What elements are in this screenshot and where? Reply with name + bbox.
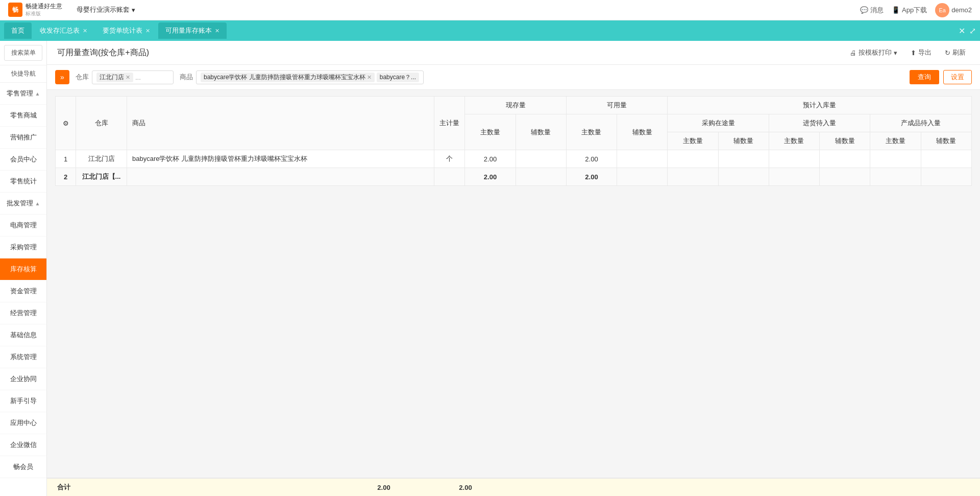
tab-receive-summary[interactable]: 收发存汇总表 ✕ [33, 22, 94, 39]
tab-available-stock-close[interactable]: ✕ [215, 28, 219, 34]
sidebar-item-vip[interactable]: 畅会员 [0, 456, 46, 478]
print-dropdown-icon: ▾ [894, 49, 897, 57]
row2-pp-main [769, 168, 819, 186]
row1-pp-aux [820, 150, 870, 168]
sidebar-label-purchase: 采购管理 [10, 243, 37, 252]
warehouse-more-icon[interactable]: ... [135, 74, 141, 81]
query-btn[interactable]: 查询 [910, 70, 939, 84]
sidebar-item-marketing[interactable]: 营销推广 [0, 127, 46, 149]
th-product: 商品 [127, 97, 434, 150]
sidebar-item-ecommerce[interactable]: 电商管理 [0, 215, 46, 237]
download-icon: 📱 [892, 6, 900, 14]
page-title: 可用量查询(按仓库+商品) [57, 48, 149, 58]
tab-order-stats[interactable]: 要货单统计表 ✕ [95, 22, 157, 39]
export-icon: ⬆ [911, 49, 916, 57]
sidebar-item-enterprise-wechat[interactable]: 企业微信 [0, 434, 46, 456]
th-current-main-qty: 主数量 [465, 114, 516, 150]
industry-selector[interactable]: 母婴行业演示账套 ▾ [77, 5, 135, 14]
export-btn[interactable]: ⬆ 导出 [906, 46, 936, 59]
tab-receive-summary-close[interactable]: ✕ [83, 28, 87, 34]
product-tag2: babycare？... [377, 73, 419, 82]
sidebar-item-retail-mgmt[interactable]: 零售管理 ▲ [0, 83, 46, 105]
sidebar-label-retail-mgmt: 零售管理 [7, 89, 33, 98]
logo-info: 畅捷通好生意 标准版 [26, 3, 62, 17]
sidebar-item-app-center[interactable]: 应用中心 [0, 412, 46, 434]
footer-available-aux [486, 484, 527, 491]
row2-available-aux [617, 168, 668, 186]
user-btn[interactable]: Ea demo2 [935, 3, 972, 17]
footer-current-main: 2.00 [363, 484, 404, 491]
print-icon: 🖨 [850, 49, 856, 57]
quick-nav-btn[interactable]: 快捷导航 [0, 65, 46, 83]
th-finished-pending-main: 主数量 [870, 132, 921, 150]
row1-unit: 个 [434, 150, 465, 168]
message-icon: 💬 [860, 6, 868, 14]
row2-pp-aux [820, 168, 870, 186]
top-bar: 畅 畅捷通好生意 标准版 母婴行业演示账套 ▾ 💬 消息 📱 App下载 Ea … [0, 0, 980, 20]
sidebar-item-basic-info[interactable]: 基础信息 [0, 324, 46, 346]
th-purchase-pending: 进货待入量 [769, 114, 870, 132]
product-input-wrap[interactable]: babycare学饮杯 儿童防摔防撞吸管杯重力球吸嘴杯宝宝水杯 ✕ babyca… [196, 70, 424, 84]
row2-fp-aux [921, 168, 971, 186]
sidebar-item-system[interactable]: 系统管理 [0, 346, 46, 368]
th-main-unit: 主计量 [434, 97, 465, 150]
settings-gear-icon[interactable]: ⚙ [63, 120, 69, 127]
username: demo2 [951, 6, 972, 14]
industry-dropdown-icon: ▾ [132, 6, 135, 14]
sidebar-item-enterprise[interactable]: 企业协同 [0, 368, 46, 390]
row1-current-main: 2.00 [465, 150, 516, 168]
sidebar-label-ecommerce: 电商管理 [10, 221, 37, 230]
th-current-stock: 现存量 [465, 97, 567, 114]
sidebar-item-retail-mall[interactable]: 零售商城 [0, 105, 46, 127]
logo: 畅 畅捷通好生意 标准版 [8, 3, 62, 17]
sidebar-item-purchase[interactable]: 采购管理 [0, 237, 46, 258]
row2-fp-main [870, 168, 921, 186]
row2-current-main: 2.00 [465, 168, 516, 186]
sidebar-item-new-guide[interactable]: 新手引导 [0, 390, 46, 412]
warehouse-label: 仓库 [76, 73, 89, 82]
industry-label: 母婴行业演示账套 [77, 5, 130, 14]
export-label: 导出 [918, 48, 932, 57]
footer-label: 合计 [52, 483, 129, 492]
sidebar-item-member[interactable]: 会员中心 [0, 149, 46, 171]
filter-toggle-btn[interactable]: » [55, 70, 69, 84]
sidebar-label-basic-info: 基础信息 [10, 330, 37, 340]
print-btn[interactable]: 🖨 按模板打印 ▾ [846, 46, 901, 59]
filter-bar: » 仓库 江北门店 ✕ ... 商品 babycare学饮杯 儿童防摔防撞吸管杯… [47, 65, 980, 90]
product-tag1: babycare学饮杯 儿童防摔防撞吸管杯重力球吸嘴杯宝宝水杯 ✕ [201, 73, 375, 82]
sidebar-label-vip: 畅会员 [13, 462, 33, 471]
warehouse-tag-remove[interactable]: ✕ [126, 74, 130, 81]
row2-product [127, 168, 434, 186]
row1-pt-main [668, 150, 718, 168]
row1-fp-aux [921, 150, 971, 168]
tab-home[interactable]: 首页 [4, 22, 32, 39]
product-tag1-remove[interactable]: ✕ [367, 74, 372, 81]
sidebar-item-retail-stats[interactable]: 零售统计 [0, 171, 46, 193]
tab-order-stats-close[interactable]: ✕ [145, 28, 150, 34]
refresh-btn[interactable]: ↻ 刷新 [941, 46, 970, 59]
close-window-icon[interactable]: ✕ [959, 26, 965, 36]
sidebar-item-inventory[interactable]: 库存核算 [0, 258, 46, 280]
sidebar-label-system: 系统管理 [10, 352, 37, 362]
th-purchase-pending-aux: 辅数量 [820, 132, 870, 150]
tab-available-stock[interactable]: 可用量库存账本 ✕ [158, 22, 227, 39]
row2-seq: 2 [56, 168, 76, 186]
logo-icon: 畅 [8, 3, 22, 17]
message-btn[interactable]: 💬 消息 [860, 6, 884, 15]
warehouse-input-wrap[interactable]: 江北门店 ✕ ... [92, 70, 174, 84]
table-footer: 合计 2.00 2.00 [47, 478, 980, 496]
tab-receive-summary-label: 收发存汇总表 [40, 26, 80, 35]
table-row: 2 江北门店【... 2.00 2.00 [56, 168, 972, 186]
sidebar-item-finance[interactable]: 资金管理 [0, 280, 46, 302]
th-available: 可用量 [566, 97, 668, 114]
sidebar-label-finance: 资金管理 [10, 287, 37, 296]
search-menu-btn[interactable]: 搜索菜单 [4, 45, 42, 61]
product-tag2-value: babycare？... [380, 73, 416, 82]
expand-icon[interactable]: ⤢ [969, 26, 976, 36]
settings-btn[interactable]: 设置 [943, 70, 972, 84]
download-btn[interactable]: 📱 App下载 [892, 6, 927, 15]
footer-values: 2.00 2.00 [129, 484, 527, 491]
sidebar-item-operations[interactable]: 经营管理 [0, 302, 46, 324]
sidebar-item-wholesale[interactable]: 批发管理 ▲ [0, 193, 46, 215]
tab-available-stock-label: 可用量库存账本 [165, 26, 212, 35]
